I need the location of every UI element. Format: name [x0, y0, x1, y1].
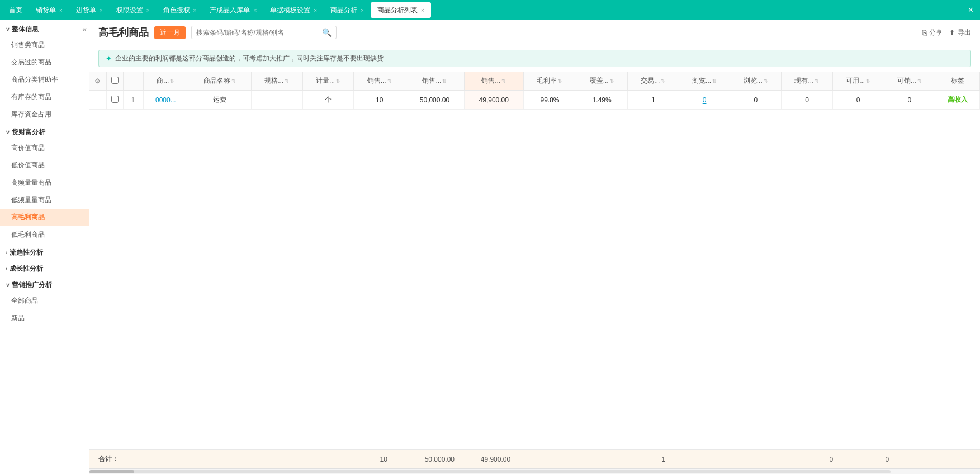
tab-bill-template[interactable]: 单据模板设置 × — [263, 2, 324, 18]
gear-icon[interactable] — [94, 77, 101, 85]
sidebar-item-traded-goods[interactable]: 交易过的商品 — [0, 54, 89, 71]
footer-bar: 合计： 10 50,000.00 49,900.00 1 0 0 — [89, 449, 980, 468]
sidebar-item-high-freq[interactable]: 高频量量商品 — [0, 174, 89, 191]
sort-icon: ⇅ — [387, 78, 392, 84]
th-current[interactable]: 现有... ⇅ — [782, 72, 833, 91]
sidebar-group-marketing-analysis[interactable]: ∨ 营销推广分析 — [0, 276, 89, 292]
cell-tag: 高收入 — [935, 91, 980, 110]
footer-available: 0 — [859, 456, 915, 463]
close-tab-sales[interactable]: × — [59, 7, 63, 13]
search-icon[interactable]: 🔍 — [322, 28, 332, 37]
th-name[interactable]: 商品名称 ⇅ — [188, 72, 252, 91]
tab-home[interactable]: 首页 — [2, 2, 29, 18]
footer-cells: 10 50,000.00 49,900.00 1 0 0 — [132, 456, 971, 463]
tab-product-analysis-list[interactable]: 商品分析列表 × — [371, 2, 431, 18]
export-button[interactable]: ⬆ 导出 — [949, 28, 971, 37]
footer-sales-qty: 10 — [356, 456, 411, 463]
sidebar-item-goods-in-stock[interactable]: 有库存的商品 — [0, 88, 89, 106]
footer-current: 0 — [803, 456, 859, 463]
cell-gear — [89, 91, 106, 110]
window-close-button[interactable]: × — [964, 5, 978, 15]
sidebar-group-growth-analysis[interactable]: › 成长性分析 — [0, 260, 89, 276]
content-header: 高毛利商品 近一月 🔍 ⎘ 分享 ⬆ 导出 — [89, 20, 980, 45]
row-checkbox[interactable] — [111, 96, 119, 103]
notice-bar: ✦ 企业的主要的利润都是这部分商品创造的，可考虑加大推广，同时关注库存是不要出现… — [98, 50, 971, 67]
product-table: 商... ⇅ 商品名称 ⇅ 规格... — [89, 72, 980, 110]
sidebar-item-new-goods[interactable]: 新品 — [0, 309, 89, 327]
th-margin-rate[interactable]: 毛利率 ⇅ — [523, 72, 576, 91]
close-tab-product-entry[interactable]: × — [253, 7, 257, 13]
sort-icon: ⇅ — [336, 78, 340, 84]
arrow-icon: › — [6, 266, 7, 272]
close-tab-product-analysis-list[interactable]: × — [421, 7, 424, 13]
th-sales-amount[interactable]: 销售... ⇅ — [405, 72, 465, 91]
th-coverage[interactable]: 覆盖... ⇅ — [576, 72, 628, 91]
arrow-icon: ∨ — [6, 129, 10, 135]
cell-sales-amount: 50,000.00 — [405, 91, 465, 110]
footer-empty-9 — [915, 456, 971, 463]
sidebar: « ∨ 整体信息 销售类商品 交易过的商品 商品分类辅助率 有库存的商品 库存资… — [0, 20, 89, 474]
footer-empty-3 — [244, 456, 300, 463]
sidebar-item-all-goods[interactable]: 全部商品 — [0, 292, 89, 309]
cell-num: 1 — [123, 91, 143, 110]
scrollbar-track[interactable] — [89, 470, 891, 473]
select-all-checkbox[interactable] — [111, 77, 119, 84]
cell-checkbox[interactable] — [106, 91, 123, 110]
th-browse2[interactable]: 浏览... ⇅ — [730, 72, 782, 91]
tab-sales[interactable]: 销货单 × — [29, 2, 69, 18]
share-button[interactable]: ⎘ 分享 — [922, 28, 943, 37]
page-title: 高毛利商品 — [98, 26, 149, 39]
cell-browse1[interactable]: 0 — [679, 91, 730, 110]
sidebar-item-goods-analysis-assist[interactable]: 商品分类辅助率 — [0, 71, 89, 88]
sidebar-item-sales-goods[interactable]: 销售类商品 — [0, 36, 89, 54]
cell-trade-count: 1 — [628, 91, 679, 110]
close-tab-bill-template[interactable]: × — [314, 7, 317, 13]
th-num — [123, 72, 143, 91]
th-sales-qty[interactable]: 销售... ⇅ — [354, 72, 405, 91]
th-browse1[interactable]: 浏览... ⇅ — [679, 72, 730, 91]
tab-product-analysis[interactable]: 商品分析 × — [324, 2, 371, 18]
cell-code[interactable]: 0000... — [143, 91, 188, 110]
search-input[interactable] — [196, 29, 320, 36]
close-tab-product-analysis[interactable]: × — [361, 7, 364, 13]
close-tab-purchase[interactable]: × — [100, 7, 103, 13]
th-checkbox[interactable] — [106, 72, 123, 91]
sidebar-group-trend-analysis[interactable]: › 流趋性分析 — [0, 243, 89, 260]
tab-roles[interactable]: 角色授权 × — [157, 2, 203, 18]
bottom-scrollbar[interactable] — [89, 468, 980, 474]
th-unit[interactable]: 计量... ⇅ — [302, 72, 354, 91]
sidebar-item-high-value[interactable]: 高价值商品 — [0, 139, 89, 157]
footer-empty-7 — [692, 456, 747, 463]
cell-available: 0 — [832, 91, 884, 110]
sidebar-item-high-margin[interactable]: 高毛利商品 — [0, 209, 89, 226]
sidebar-item-stock-capital[interactable]: 库存资金占用 — [0, 106, 89, 123]
sidebar-group-overall[interactable]: ∨ 整体信息 — [0, 20, 89, 36]
table-header-row: 商... ⇅ 商品名称 ⇅ 规格... — [89, 72, 980, 91]
th-sellable[interactable]: 可销... ⇅ — [884, 72, 935, 91]
th-code[interactable]: 商... ⇅ — [143, 72, 188, 91]
th-tag: 标签 — [935, 72, 980, 91]
main-layout: « ∨ 整体信息 销售类商品 交易过的商品 商品分类辅助率 有库存的商品 库存资… — [0, 20, 980, 474]
sidebar-item-low-freq[interactable]: 低频量量商品 — [0, 191, 89, 209]
sidebar-group-profit-analysis[interactable]: ∨ 货财富分析 — [0, 123, 89, 139]
th-gear[interactable] — [89, 72, 106, 91]
scrollbar-thumb[interactable] — [89, 470, 134, 473]
tab-purchase[interactable]: 进货单 × — [69, 2, 110, 18]
sidebar-collapse-button[interactable]: « — [82, 25, 87, 34]
tab-auth-settings[interactable]: 权限设置 × — [110, 2, 157, 18]
th-available[interactable]: 可用... ⇅ — [832, 72, 884, 91]
period-button[interactable]: 近一月 — [154, 26, 186, 39]
sidebar-item-low-value[interactable]: 低价值商品 — [0, 157, 89, 174]
th-spec[interactable]: 规格... ⇅ — [251, 72, 302, 91]
notice-icon: ✦ — [106, 54, 112, 63]
notice-text: 企业的主要的利润都是这部分商品创造的，可考虑加大推广，同时关注库存是不要出现缺货 — [115, 54, 384, 63]
th-sales-cost[interactable]: 销售... ⇅ — [464, 72, 523, 91]
close-tab-roles[interactable]: × — [193, 7, 197, 13]
cell-unit: 个 — [302, 91, 354, 110]
tab-product-entry[interactable]: 产成品入库单 × — [203, 2, 263, 18]
th-trade-count[interactable]: 交易... ⇅ — [628, 72, 679, 91]
close-tab-auth-settings[interactable]: × — [146, 7, 150, 13]
footer-empty-1 — [132, 456, 188, 463]
sort-icon: ⇅ — [917, 78, 922, 84]
sidebar-item-low-margin[interactable]: 低毛利商品 — [0, 226, 89, 243]
